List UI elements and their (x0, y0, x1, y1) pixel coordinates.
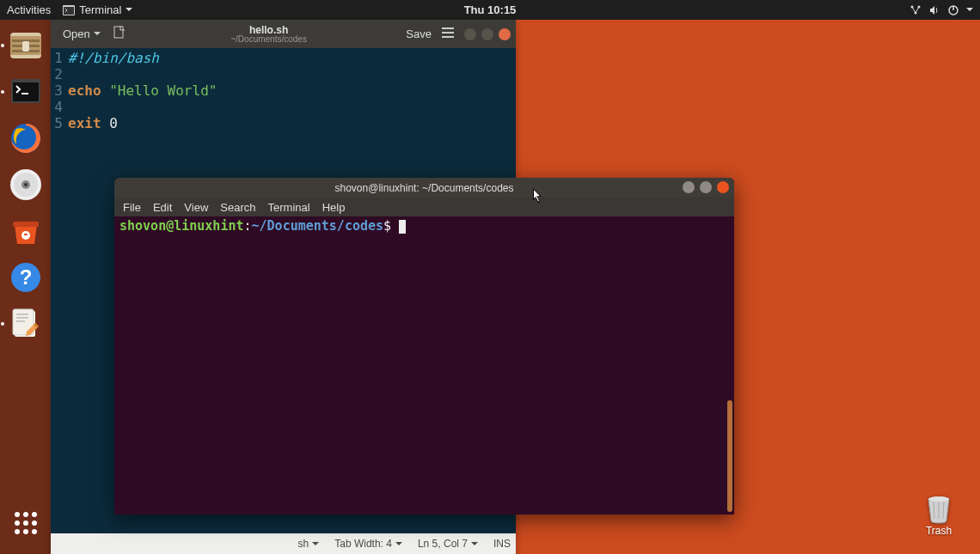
svg-rect-12 (22, 41, 29, 52)
menu-file[interactable]: File (123, 201, 141, 214)
menu-help[interactable]: Help (322, 201, 346, 214)
files-icon (8, 27, 44, 64)
save-button[interactable]: Save (406, 27, 432, 40)
launcher-item-files[interactable] (5, 25, 46, 66)
chevron-down-icon (395, 542, 402, 546)
language-selector[interactable]: sh (298, 538, 320, 550)
menu-edit[interactable]: Edit (153, 201, 172, 214)
svg-rect-31 (114, 27, 123, 38)
svg-rect-1 (64, 7, 74, 15)
svg-rect-23 (24, 234, 28, 235)
menu-view[interactable]: View (184, 201, 208, 214)
rhythmbox-icon (8, 167, 44, 203)
close-button[interactable] (717, 181, 729, 193)
apps-button[interactable] (5, 502, 46, 544)
top-bar: Activities Terminal Thu 10:15 (0, 0, 980, 20)
svg-text:?: ? (19, 265, 32, 289)
help-icon: ? (8, 259, 44, 295)
maximize-button[interactable] (700, 181, 712, 193)
activities-button[interactable]: Activities (7, 3, 51, 16)
menu-terminal[interactable]: Terminal (268, 201, 310, 214)
hamburger-icon (442, 27, 454, 38)
launcher: ? (0, 20, 51, 554)
firefox-icon (8, 120, 44, 156)
scrollbar[interactable] (727, 400, 732, 512)
svg-point-20 (24, 183, 28, 186)
trash-icon (922, 490, 956, 525)
hamburger-menu[interactable] (437, 27, 459, 40)
launcher-item-text-editor[interactable] (5, 303, 46, 344)
gedit-headerbar: Open hello.sh ~/Documents/codes Save (51, 20, 516, 48)
chevron-down-icon (126, 8, 132, 12)
terminal-window: shovon@linuxhint: ~/Documents/codes File… (114, 178, 734, 514)
chevron-down-icon (312, 542, 319, 546)
text-editor-icon (8, 306, 44, 342)
new-document-icon (113, 26, 126, 40)
new-tab-button[interactable] (107, 22, 132, 46)
launcher-item-terminal[interactable] (5, 71, 46, 113)
apps-grid-icon (15, 512, 37, 534)
minimize-button[interactable] (464, 28, 476, 40)
tab-width-selector[interactable]: Tab Width: 4 (334, 538, 402, 550)
network-icon[interactable] (910, 4, 922, 16)
launcher-item-firefox[interactable] (5, 118, 46, 159)
svg-rect-21 (13, 222, 39, 227)
open-button[interactable]: Open (56, 24, 107, 44)
terminal-menu-icon (63, 5, 75, 15)
close-button[interactable] (499, 28, 511, 40)
app-menu[interactable]: Terminal (63, 3, 132, 16)
filepath-label: ~/Documents/codes (132, 35, 407, 44)
gedit-statusbar: sh Tab Width: 4 Ln 5, Col 7 INS (51, 533, 516, 554)
clock[interactable]: Thu 10:15 (464, 3, 517, 16)
terminal-title: shovon@linuxhint: ~/Documents/codes (335, 182, 514, 194)
terminal-menubar: File Edit View Search Terminal Help (114, 198, 734, 216)
filename-label: hello.sh (132, 25, 407, 35)
minimize-button[interactable] (683, 181, 695, 193)
chevron-down-icon (94, 32, 101, 36)
menu-search[interactable]: Search (220, 201, 255, 214)
power-icon[interactable] (947, 4, 959, 16)
desktop-trash[interactable]: Trash (922, 490, 956, 537)
terminal-titlebar[interactable]: shovon@linuxhint: ~/Documents/codes (114, 178, 734, 198)
maximize-button[interactable] (481, 28, 493, 40)
launcher-item-software[interactable] (5, 210, 46, 252)
chevron-down-icon (471, 542, 478, 546)
software-icon (8, 213, 44, 249)
terminal-icon (8, 74, 44, 110)
chevron-down-icon (966, 8, 973, 12)
gedit-title: hello.sh ~/Documents/codes (132, 25, 407, 44)
cursor (399, 220, 406, 234)
launcher-item-rhythmbox[interactable] (5, 164, 46, 205)
launcher-item-help[interactable]: ? (5, 257, 46, 298)
trash-label: Trash (926, 525, 952, 537)
cursor-position[interactable]: Ln 5, Col 7 (418, 538, 478, 550)
svg-point-41 (928, 496, 949, 502)
volume-icon[interactable] (928, 4, 940, 16)
insert-mode[interactable]: INS (493, 538, 511, 550)
line-gutter: 1 2 3 4 5 (51, 48, 64, 533)
terminal-body[interactable]: shovon@linuxhint:~/Documents/codes$ (114, 216, 734, 514)
